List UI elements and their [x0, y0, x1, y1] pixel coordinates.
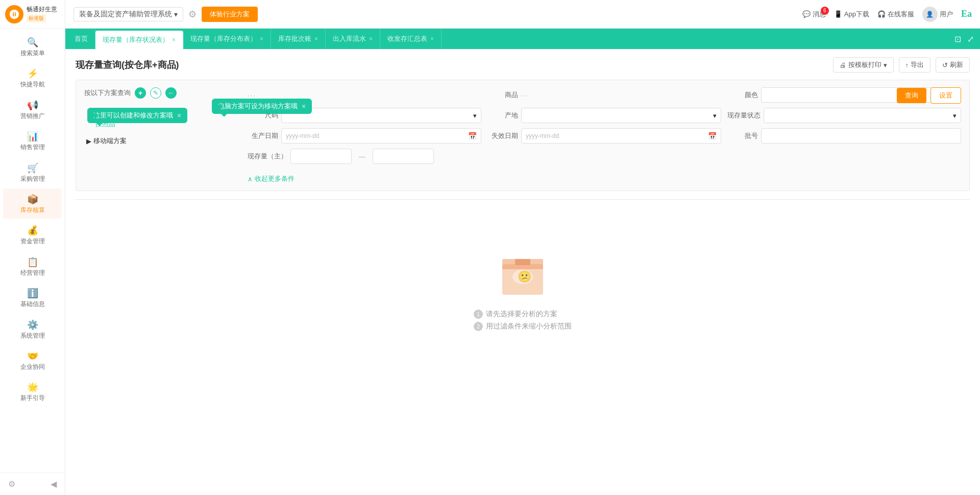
ea-text: Ea — [961, 9, 972, 19]
sidebar-item-inventory[interactable]: 📦 库存核算 — [3, 188, 62, 219]
sidebar-item-label: 库存核算 — [20, 206, 45, 214]
sidebar-item-info[interactable]: ℹ️ 基础信息 — [3, 282, 62, 313]
app-download-label: App下载 — [844, 10, 869, 19]
sidebar-item-search[interactable]: 🔍 搜索菜单 — [3, 32, 62, 62]
logo-text-block: 畅通好生意 标准版 — [27, 6, 57, 23]
trial-button[interactable]: 体验行业方案 — [202, 7, 258, 22]
sidebar-item-purchase[interactable]: 🛒 采购管理 — [3, 157, 62, 187]
expiry-date-placeholder: yyyy-mm-dd — [526, 132, 559, 139]
tab-summary[interactable]: 收发存汇总表 × — [380, 29, 442, 49]
tabbar-actions: ⊡ ⤢ — [952, 29, 978, 49]
system-selector[interactable]: 装备及固定资产辅助管理系统 ▾ — [74, 7, 183, 21]
add-scheme-button[interactable]: + — [135, 87, 146, 99]
stock-main-max[interactable] — [373, 149, 434, 164]
tab-stock-status-close[interactable]: × — [172, 36, 176, 43]
tab-flow-close[interactable]: × — [369, 35, 373, 42]
message-button[interactable]: 💬 消息 6 — [802, 10, 826, 19]
settings-icon[interactable]: ⚙ — [188, 9, 197, 20]
header-right: 💬 消息 6 📱 App下载 🎧 在线客服 👤 用户 Ea — [802, 7, 972, 22]
filter-label: 按以下方案查询 — [84, 88, 131, 98]
sidebar-item-label: 资金管理 — [20, 238, 45, 245]
back-scheme-button[interactable]: ← — [165, 87, 177, 99]
page-title: 现存量查询(按仓库+商品) — [76, 59, 179, 71]
refresh-button[interactable]: ↺ 刷新 — [936, 57, 970, 73]
sidebar-item-finance[interactable]: 💰 资金管理 — [3, 220, 62, 250]
svg-text:😕: 😕 — [518, 270, 532, 284]
stock-status-label: 现存量状态 — [727, 111, 761, 120]
finance-icon: 💰 — [27, 225, 38, 236]
filter-bar: 按以下方案查询 + ✎ ← — [84, 87, 237, 99]
collapse-icon[interactable]: ◀ — [51, 479, 57, 489]
tab-stock-status-label: 现存量（库存状况表） — [103, 35, 169, 44]
sidebar-item-guide[interactable]: 🌟 新手引导 — [3, 376, 62, 407]
tab-flow-label: 出入库流水 — [333, 34, 366, 43]
sidebar-item-navigation[interactable]: ⚡ 快捷导航 — [3, 63, 62, 93]
tab-batch-account-close[interactable]: × — [314, 35, 318, 42]
tab-stock-distribution-close[interactable]: × — [260, 35, 263, 42]
filter-field-stock-main: 现存量（主） — — [248, 149, 961, 164]
app-download-button[interactable]: 📱 App下载 — [834, 10, 869, 19]
navigation-icon: ⚡ — [27, 68, 38, 79]
export-button[interactable]: ↑ 导出 — [899, 57, 931, 73]
cooperation-icon: 🤝 — [27, 350, 38, 362]
scheme-group-mobile-label[interactable]: ▶ 移动端方案 — [86, 134, 237, 148]
production-date-placeholder: yyyy-mm-dd — [286, 132, 319, 139]
print-button[interactable]: 🖨 按模板打印 ▾ — [833, 57, 894, 73]
warehouse-dots[interactable]: ··· — [248, 91, 256, 99]
expiry-date-input[interactable]: yyyy-mm-dd 📅 — [521, 128, 721, 144]
search-button[interactable]: 查询 — [897, 88, 926, 103]
filter-field-stock-status: 现存量状态 ▾ — [727, 108, 961, 123]
tooltip-close-1[interactable]: × — [302, 102, 306, 110]
tab-restore-icon[interactable]: ⊡ — [952, 32, 963, 46]
batch-input[interactable] — [761, 128, 961, 144]
tip-num-2: 2 — [474, 322, 483, 331]
sidebar-item-cooperation[interactable]: 🤝 企业协同 — [3, 345, 62, 375]
filter-row-2: 尺码 ▾ 产地 ▾ — [248, 108, 961, 123]
sidebar-item-marketing[interactable]: 📢 营销推广 — [3, 95, 62, 125]
filter-fields: ··· 商品 ··· 颜色 ▾ — [237, 87, 961, 183]
tab-flow[interactable]: 出入库流水 × — [326, 29, 380, 49]
print-icon: 🖨 — [840, 61, 846, 69]
header: 装备及固定资产辅助管理系统 ▾ ⚙ 体验行业方案 💬 消息 6 📱 App下载 … — [65, 0, 980, 29]
online-service-label: 在线客服 — [888, 10, 914, 19]
refresh-icon: ↺ — [942, 61, 948, 69]
tab-stock-status[interactable]: 现存量（库存状况表） × — [95, 31, 183, 49]
content-area: 现存量查询(按仓库+商品) 🖨 按模板打印 ▾ ↑ 导出 ↺ 刷新 — [65, 49, 980, 495]
sidebar-item-management[interactable]: 📋 经营管理 — [3, 251, 62, 281]
tab-home[interactable]: 首页 — [67, 29, 95, 49]
chevron-down-icon: ▾ — [174, 10, 178, 18]
stock-main-min[interactable] — [290, 149, 352, 164]
logo-title: 畅通好生意 — [27, 6, 57, 14]
management-icon: 📋 — [27, 256, 38, 268]
settings-bottom-icon[interactable]: ⚙ — [8, 479, 15, 489]
filter-field-batch: 批号 — [727, 128, 961, 144]
origin-select[interactable]: ▾ — [521, 108, 721, 123]
collapse-conditions-button[interactable]: ∧ 收起更多条件 — [248, 169, 295, 183]
tooltip-text-2: 这里可以创建和修改方案哦 — [93, 111, 173, 120]
goods-label: 商品 — [487, 90, 518, 100]
edit-scheme-button[interactable]: ✎ — [150, 87, 161, 99]
tab-summary-close[interactable]: × — [430, 35, 434, 42]
empty-tip-2: 2 用过滤条件来缩小分析范围 — [474, 322, 572, 331]
color-label: 颜色 — [727, 90, 758, 100]
page-header: 现存量查询(按仓库+商品) 🖨 按模板打印 ▾ ↑ 导出 ↺ 刷新 — [76, 57, 970, 73]
user-menu[interactable]: 👤 用户 — [922, 7, 953, 22]
sidebar-item-sales[interactable]: 📊 销售管理 — [3, 126, 62, 156]
sidebar-item-label: 基础信息 — [20, 300, 45, 308]
settings-scheme-button[interactable]: 设置 — [930, 87, 961, 104]
tab-home-label: 首页 — [75, 34, 88, 43]
export-icon: ↑ — [905, 61, 909, 69]
online-service-button[interactable]: 🎧 在线客服 — [877, 10, 914, 19]
tooltip-close-2[interactable]: × — [177, 111, 181, 120]
goods-dots[interactable]: ··· — [521, 91, 721, 99]
filter-row-4: 现存量（主） — — [248, 149, 961, 164]
print-label: 按模板打印 — [848, 60, 881, 69]
tab-batch-account[interactable]: 库存批次账 × — [271, 29, 326, 49]
tab-stock-distribution[interactable]: 现存量（库存分布表） × — [183, 29, 271, 49]
stock-status-select[interactable]: ▾ — [764, 108, 961, 123]
production-date-input[interactable]: yyyy-mm-dd 📅 — [281, 128, 481, 144]
tabbar: 首页 现存量（库存状况表） × 现存量（库存分布表） × 库存批次账 × 出入库… — [65, 29, 980, 49]
sidebar-item-label: 快捷导航 — [20, 81, 45, 88]
sidebar-item-system[interactable]: ⚙️ 系统管理 — [3, 314, 62, 344]
tab-maximize-icon[interactable]: ⤢ — [965, 32, 976, 46]
